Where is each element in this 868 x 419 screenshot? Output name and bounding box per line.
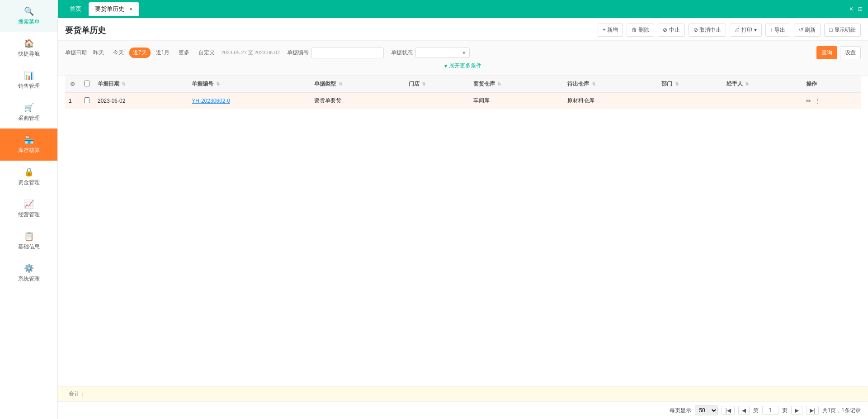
tab-requisition-history[interactable]: 要货单历史 ✕ — [89, 2, 139, 16]
row-req-warehouse: 车间库 — [470, 93, 564, 109]
status-filter: 单据状态 ▾ — [391, 48, 470, 58]
page-size-select[interactable]: 50 100 200 — [695, 405, 718, 415]
add-button[interactable]: + 新增 — [598, 24, 623, 37]
table-footer: 合计： — [58, 386, 868, 401]
row-store — [405, 93, 470, 109]
date-btn-today[interactable]: 今天 — [109, 48, 127, 58]
row-department — [658, 93, 723, 109]
date-filter: 单据日期 昨天 今天 近7天 近1月 更多 自定义 2023-05-27 至 2… — [65, 48, 280, 58]
chevron-down-expand-icon: ▾ — [444, 63, 447, 69]
topbar-actions: ✕ ⊡ — [849, 6, 863, 12]
date-btn-last7days[interactable]: 近7天 — [129, 48, 151, 58]
settings-col-header[interactable]: ⚙ — [65, 76, 80, 93]
purchase-icon: 🛒 — [24, 103, 34, 113]
header-actions: + 新增 🗑 删除 ⊘ 中止 ⊘ 取消中止 🖨 打印 ▾ ↑ 导出 ↺ 刷新 □… — [598, 24, 861, 37]
col-store: 门店 ⇅ — [405, 76, 470, 93]
row-index: 1 — [65, 93, 80, 109]
page-next-button[interactable]: ▶ — [791, 406, 802, 415]
col-pending-warehouse: 待出仓库 ⇅ — [564, 76, 658, 93]
expand-more-button[interactable]: ▾ 展开更多条件 — [65, 59, 861, 70]
window-maximize-button[interactable]: ⊡ — [858, 6, 863, 12]
sidebar-item-search[interactable]: 🔍 搜索菜单 — [0, 0, 57, 32]
page-last-button[interactable]: ▶| — [806, 406, 819, 415]
sidebar-item-finance[interactable]: 🔒 资金管理 — [0, 161, 57, 193]
window-close-button[interactable]: ✕ — [849, 6, 854, 12]
row-more-icon[interactable]: ⋮ — [814, 97, 821, 105]
pagination-bar: 每页显示 50 100 200 |◀ ◀ 第 页 ▶ ▶| 共1页，1条记录 — [58, 401, 868, 419]
date-filter-label: 单据日期 — [65, 49, 87, 57]
sort-reqwarehouse-icon[interactable]: ⇅ — [497, 81, 501, 86]
sidebar-item-operation[interactable]: 📈 经营管理 — [0, 193, 57, 225]
select-all-checkbox[interactable] — [84, 81, 90, 86]
bill-number-filter: 单据编号 — [287, 48, 384, 58]
requisition-table: ⚙ 单据日期 ⇅ 单据编号 ⇅ 单据类型 — [65, 76, 861, 109]
filter-area: 单据日期 昨天 今天 近7天 近1月 更多 自定义 2023-05-27 至 2… — [58, 41, 868, 76]
bill-number-input[interactable] — [311, 48, 384, 58]
col-date: 单据日期 ⇅ — [94, 76, 188, 93]
col-bill-type: 单据类型 ⇅ — [311, 76, 405, 93]
sidebar-label-basicinfo: 基础信息 — [18, 243, 40, 251]
row-edit-icon[interactable]: ✏ — [806, 97, 811, 105]
system-icon: ⚙️ — [24, 263, 34, 273]
status-label: 单据状态 — [391, 49, 413, 57]
sidebar-item-purchase[interactable]: 🛒 采购管理 — [0, 96, 57, 129]
row-checkbox[interactable] — [84, 97, 90, 103]
date-filter-options: 昨天 今天 近7天 近1月 更多 自定义 — [90, 48, 218, 58]
bill-no-link[interactable]: YH-20230602-0 — [192, 98, 230, 104]
delete-button[interactable]: 🗑 删除 — [627, 24, 654, 37]
filter-row-1: 单据日期 昨天 今天 近7天 近1月 更多 自定义 2023-05-27 至 2… — [65, 46, 861, 59]
table-area: ⚙ 单据日期 ⇅ 单据编号 ⇅ 单据类型 — [58, 76, 868, 386]
expand-label: 展开更多条件 — [449, 62, 481, 70]
settings-button[interactable]: 设置 — [840, 46, 861, 59]
page-title: 要货单历史 — [65, 25, 106, 36]
table-body: 1 2023-06-02 YH-20230602-0 要货单要货 车间库 原材料… — [65, 93, 861, 109]
date-btn-last1month[interactable]: 近1月 — [152, 48, 174, 58]
sidebar-label-inventory: 库存核算 — [18, 147, 40, 154]
sidebar-label-quicknav: 快捷导航 — [18, 50, 40, 58]
display-detail-button[interactable]: □ 显示明细 — [824, 24, 861, 37]
finance-icon: 🔒 — [24, 167, 34, 177]
page-prev-button[interactable]: ◀ — [738, 406, 750, 415]
sort-pendingwarehouse-icon[interactable]: ⇅ — [592, 81, 595, 86]
sort-billno-icon[interactable]: ⇅ — [216, 81, 220, 86]
page-header: 要货单历史 + 新增 🗑 删除 ⊘ 中止 ⊘ 取消中止 🖨 打印 ▾ ↑ 导出 … — [58, 18, 868, 41]
print-button[interactable]: 🖨 打印 ▾ — [730, 24, 762, 37]
page-first-button[interactable]: |◀ — [722, 406, 734, 415]
checkbox-col-header — [80, 76, 94, 93]
sort-handler-icon[interactable]: ⇅ — [745, 81, 749, 86]
sort-date-icon[interactable]: ⇅ — [122, 81, 125, 86]
tab-home[interactable]: 首页 — [63, 2, 88, 16]
tab-close-icon[interactable]: ✕ — [129, 6, 133, 12]
sidebar-item-system[interactable]: ⚙️ 系统管理 — [0, 257, 57, 289]
query-button[interactable]: 查询 — [816, 46, 837, 59]
sidebar-label-finance: 资金管理 — [18, 179, 40, 186]
sidebar-label-purchase: 采购管理 — [18, 114, 40, 122]
page-label-after: 页 — [782, 407, 788, 414]
sidebar-item-basicinfo[interactable]: 📋 基础信息 — [0, 225, 57, 257]
date-range-text: 2023-05-27 至 2023-06-02 — [221, 49, 280, 56]
date-btn-yesterday[interactable]: 昨天 — [90, 48, 108, 58]
sidebar-item-sales[interactable]: 📊 销售管理 — [0, 64, 57, 96]
basicinfo-icon: 📋 — [24, 231, 34, 241]
page-number-input[interactable] — [762, 406, 778, 415]
sort-store-icon[interactable]: ⇅ — [422, 81, 425, 86]
sidebar-label-system: 系统管理 — [18, 275, 40, 283]
sort-billtype-icon[interactable]: ⇅ — [339, 81, 342, 86]
sidebar-item-quicknav[interactable]: 🏠 快捷导航 — [0, 32, 57, 64]
sidebar-label-sales: 销售管理 — [18, 82, 40, 90]
inventory-icon: 🏪 — [24, 135, 34, 145]
date-btn-more[interactable]: 更多 — [175, 48, 193, 58]
cancel-stop-button[interactable]: ⊘ 取消中止 — [689, 24, 726, 37]
status-select[interactable]: ▾ — [415, 48, 470, 58]
operation-icon: 📈 — [24, 199, 34, 209]
sidebar-item-inventory[interactable]: 🏪 库存核算 — [0, 129, 57, 161]
date-btn-custom[interactable]: 自定义 — [195, 48, 218, 58]
export-button[interactable]: ↑ 导出 — [765, 24, 790, 37]
total-info: 共1页，1条记录 — [822, 407, 861, 414]
sort-department-icon[interactable]: ⇅ — [675, 81, 679, 86]
stop-button[interactable]: ⊘ 中止 — [658, 24, 684, 37]
row-handler — [723, 93, 802, 109]
refresh-button[interactable]: ↺ 刷新 — [794, 24, 821, 37]
page-label-before: 第 — [753, 407, 759, 414]
table-header-row: ⚙ 单据日期 ⇅ 单据编号 ⇅ 单据类型 — [65, 76, 861, 93]
